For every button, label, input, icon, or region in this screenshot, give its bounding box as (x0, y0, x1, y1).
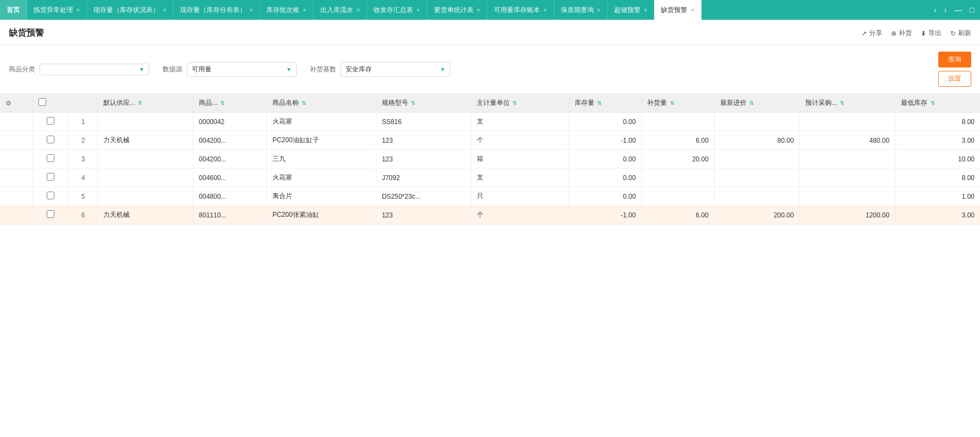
th-min-stock[interactable]: 最低库存 ⇅ (895, 94, 980, 113)
th-product-name[interactable]: 商品名称 ⇅ (266, 94, 376, 113)
th-product-code[interactable]: 商品... ⇅ (193, 94, 267, 113)
replenish-base-filter-label: 补货基数 (310, 65, 336, 74)
th-settings[interactable]: ⚙ (0, 94, 32, 113)
row-checkbox-1[interactable] (47, 117, 54, 125)
replenish-base-filter-group: 补货基数 安全库存 ▼ (310, 62, 450, 77)
td-stock-3: 0.00 (569, 150, 642, 169)
tab-inventory-dist[interactable]: 现存量（库存分布表） × (174, 0, 260, 20)
settings-button[interactable]: 设置 (938, 71, 971, 87)
sort-price-icon: ⇅ (749, 100, 754, 106)
row-checkbox-5[interactable] (47, 192, 54, 199)
td-unit-4: 支 (471, 169, 569, 187)
td-purchase-2: 480.00 (800, 131, 895, 150)
td-settings-2 (0, 131, 32, 150)
page-header: 缺货预警 ↗ 分享 ⊕ 补货 ⬇ 导出 ↻ 刷新 (0, 20, 980, 45)
replenish-base-select[interactable]: 安全库存 ▼ (341, 62, 450, 77)
export-button[interactable]: ⬇ 导出 (921, 29, 942, 38)
td-code-2: 004200... (193, 131, 267, 150)
replenish-base-select-value: 安全库存 (346, 65, 372, 74)
tab-close-batch-account[interactable]: × (303, 7, 306, 13)
table-row: 4 004600... 火花塞 J7092 支 0.00 8.00 (0, 169, 980, 187)
tab-home[interactable]: 首页 (0, 0, 27, 20)
th-unit[interactable]: 主计量单位 ⇅ (471, 94, 569, 113)
datasource-select[interactable]: 可用量 ▼ (187, 62, 297, 77)
share-button[interactable]: ↗ 分享 (861, 29, 882, 38)
sort-name-icon: ⇅ (302, 100, 306, 106)
tab-close-overstock[interactable]: × (644, 7, 647, 13)
td-code-6: 801110... (193, 206, 267, 225)
tab-inout-flow[interactable]: 出入库流水 × (314, 0, 367, 20)
td-stock-2: -1.00 (569, 131, 642, 150)
window-maximize-button[interactable]: □ (967, 4, 978, 15)
datasource-select-value: 可用量 (192, 65, 211, 74)
th-latest-price[interactable]: 最新进价 ⇅ (714, 94, 799, 113)
table-body: 1 0000042 火花塞 SS816 支 0.00 8.00 2 力天机械 0… (0, 113, 980, 225)
td-unit-6: 个 (471, 206, 569, 225)
row-checkbox-6[interactable] (47, 210, 54, 218)
tab-shortage[interactable]: 缺货预警 × (654, 0, 701, 20)
sort-min-stock-icon: ⇅ (931, 100, 935, 106)
td-replenish-1 (642, 113, 715, 131)
tab-close-expiry-query[interactable]: × (597, 7, 600, 13)
tab-abnormal[interactable]: 拣货异常处理 × (27, 0, 87, 20)
refresh-button[interactable]: ↻ 刷新 (950, 29, 971, 38)
td-min-stock-4: 8.00 (895, 169, 980, 187)
td-purchase-3 (800, 150, 895, 169)
category-select[interactable]: ▼ (40, 64, 149, 75)
td-index-1: 1 (69, 113, 97, 131)
tab-expiry-query[interactable]: 保质期查询 × (554, 0, 608, 20)
datasource-chevron-down-icon: ▼ (286, 66, 292, 72)
td-code-3: 004200... (193, 150, 267, 169)
th-est-purchase[interactable]: 预计采购... ⇅ (800, 94, 895, 113)
window-minimize-button[interactable]: — (951, 4, 966, 15)
table-row: 1 0000042 火花塞 SS816 支 0.00 8.00 (0, 113, 980, 131)
td-supplier-2: 力天机械 (97, 131, 193, 150)
sort-stock-icon: ⇅ (597, 100, 602, 106)
tab-close-inout-flow[interactable]: × (357, 7, 360, 13)
select-all-checkbox[interactable] (38, 98, 46, 106)
td-checkbox-5 (32, 187, 69, 206)
tab-overstock[interactable]: 超储预警 × (608, 0, 654, 20)
replenish-button[interactable]: ⊕ 补货 (891, 29, 912, 38)
th-default-supplier[interactable]: 默认供应... ⇅ (97, 94, 193, 113)
td-name-5: 离合片 (266, 187, 376, 206)
refresh-icon: ↻ (950, 30, 956, 37)
datasource-filter-group: 数据源 可用量 ▼ (163, 62, 297, 77)
row-checkbox-3[interactable] (47, 154, 54, 162)
td-spec-1: SS816 (376, 113, 471, 131)
sort-replenish-icon: ⇅ (670, 100, 675, 106)
tab-available-ledger[interactable]: 可用量库存账本 × (487, 0, 554, 20)
td-stock-5: 0.00 (569, 187, 642, 206)
td-settings-4 (0, 169, 32, 187)
td-index-3: 3 (69, 150, 97, 169)
td-unit-3: 箱 (471, 150, 569, 169)
td-price-5 (714, 187, 799, 206)
tab-close-order-stats[interactable]: × (477, 7, 480, 13)
replenish-base-chevron-down-icon: ▼ (440, 66, 446, 72)
tab-close-available-ledger[interactable]: × (543, 7, 547, 13)
tab-close-shortage[interactable]: × (691, 7, 694, 13)
query-button[interactable]: 查询 (938, 52, 971, 68)
th-spec[interactable]: 规格型号 ⇅ (376, 94, 471, 113)
row-checkbox-4[interactable] (47, 173, 54, 181)
th-replenish-qty[interactable]: 补货量 ⇅ (642, 94, 715, 113)
td-replenish-3: 20.00 (642, 150, 715, 169)
tab-close-receive-summary[interactable]: × (416, 7, 420, 13)
tab-inventory-status[interactable]: 现存量（库存状况表） × (87, 0, 173, 20)
tab-close-inventory-status[interactable]: × (163, 7, 166, 13)
sort-supplier-icon: ⇅ (138, 100, 142, 106)
td-unit-5: 只 (471, 187, 569, 206)
tab-scroll-right-button[interactable]: › (941, 4, 950, 15)
th-stock[interactable]: 库存量 ⇅ (569, 94, 642, 113)
settings-icon[interactable]: ⚙ (5, 99, 12, 107)
tab-batch-account[interactable]: 库存批次账 × (260, 0, 313, 20)
tab-scroll-left-button[interactable]: ‹ (931, 4, 940, 15)
td-settings-1 (0, 113, 32, 131)
tab-order-stats[interactable]: 要货单统计表 × (427, 0, 487, 20)
row-checkbox-2[interactable] (47, 136, 54, 143)
tab-close-abnormal[interactable]: × (76, 7, 80, 13)
export-icon: ⬇ (921, 30, 926, 37)
td-checkbox-6 (32, 206, 69, 225)
tab-receive-summary[interactable]: 收发存汇总表 × (367, 0, 427, 20)
tab-close-inventory-dist[interactable]: × (249, 7, 253, 13)
